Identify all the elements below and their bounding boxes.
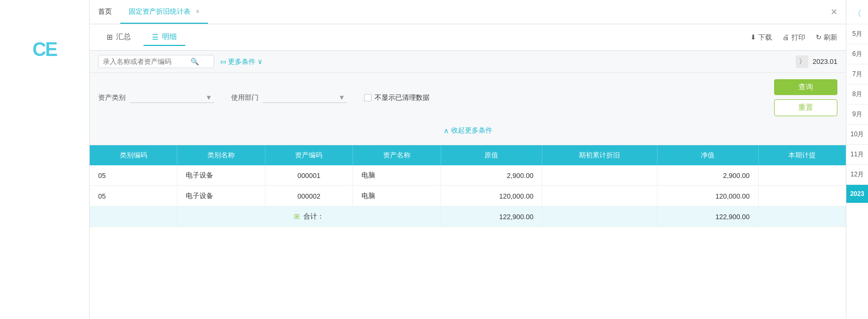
right-panel-up-arrow[interactable]: 〈 (846, 4, 868, 24)
filter-actions: 查询 重置 (774, 79, 837, 116)
filter-icon: ⧦ (221, 58, 226, 66)
tab-summary-label: 汇总 (116, 32, 131, 42)
search-icon: 🔍 (190, 58, 199, 65)
toolbar-right: ⬇ 下载 🖨 打印 ↻ 刷新 (750, 33, 837, 42)
exclude-cleared-label: 不显示已清理数据 (375, 93, 430, 102)
col-original-value: 原值 (441, 145, 542, 165)
month-7[interactable]: 7月 (846, 64, 868, 85)
nav-tab-close-icon[interactable]: × (196, 8, 199, 15)
row2-current-period (758, 186, 846, 207)
chevron-down-icon: ∨ (257, 58, 263, 65)
row2-original-value: 120,000.00 (441, 186, 542, 207)
filter-row-1: 资产类别 ▼ 使用部门 ▼ (98, 79, 837, 116)
content-wrapper: ⊞ 汇总 ☰ 明细 ⬇ 下载 🖨 打印 ↻ 刷新 (90, 24, 846, 319)
collapse-bar[interactable]: ∧ 收起更多条件 (98, 123, 837, 138)
month-8[interactable]: 8月 (846, 85, 868, 105)
row1-original-value: 2,900.00 (441, 165, 542, 186)
sub-tabs-bar: ⊞ 汇总 ☰ 明细 ⬇ 下载 🖨 打印 ↻ 刷新 (90, 24, 846, 51)
refresh-button[interactable]: ↻ 刷新 (816, 33, 837, 42)
data-table: 类别编码 类别名称 资产编码 资产名称 原值 期初累计折旧 净值 本期计提 05 (90, 145, 846, 227)
row1-net-value: 2,900.00 (657, 165, 758, 186)
month-10[interactable]: 10月 (846, 125, 868, 145)
month-5[interactable]: 5月 (846, 24, 868, 44)
active-tab-label: 固定资产折旧统计表 (129, 7, 190, 16)
print-button[interactable]: 🖨 打印 (783, 33, 805, 42)
row1-category-name: 电子设备 (177, 165, 265, 186)
col-asset-code: 资产编码 (265, 145, 353, 165)
summary-empty-1 (90, 207, 177, 227)
col-asset-name: 资产名称 (353, 145, 441, 165)
summary-accumulated-depreciation (542, 207, 657, 227)
col-net-value: 净值 (657, 145, 758, 165)
print-icon: 🖨 (783, 33, 789, 41)
sidebar-logo: CE (0, 0, 90, 319)
month-12[interactable]: 12月 (846, 165, 868, 185)
refresh-icon: ↻ (816, 33, 822, 41)
date-nav: 〉 2023.01 (796, 55, 837, 68)
row1-category-code: 05 (90, 165, 177, 186)
asset-category-dropdown[interactable]: ▼ (130, 92, 214, 103)
asset-category-label: 资产类别 (98, 93, 126, 102)
collapse-label: 收起更多条件 (451, 126, 492, 135)
row2-net-value: 120,000.00 (657, 186, 758, 207)
search-input[interactable] (103, 58, 187, 65)
table-row: 05 电子设备 000002 电脑 120,000.00 120,000.00 (90, 186, 846, 207)
tab-detail[interactable]: ☰ 明细 (144, 29, 185, 46)
row2-category-code: 05 (90, 186, 177, 207)
refresh-label: 刷新 (824, 33, 837, 42)
nav-tab-home[interactable]: 首页 (90, 0, 120, 24)
row2-asset-code: 000002 (265, 186, 353, 207)
tab-detail-label: 明细 (162, 32, 177, 42)
search-input-wrap[interactable]: 🔍 (98, 55, 214, 68)
month-6[interactable]: 6月 (846, 44, 868, 64)
tab-summary[interactable]: ⊞ 汇总 (98, 29, 139, 46)
year-label[interactable]: 2023 (846, 185, 868, 203)
window-close-icon[interactable]: ✕ (831, 7, 837, 17)
department-label: 使用部门 (231, 93, 259, 102)
detail-icon: ☰ (152, 33, 159, 41)
department-dropdown[interactable]: ▼ (263, 92, 347, 103)
col-accumulated-depreciation: 期初累计折旧 (542, 145, 657, 165)
exclude-cleared-checkbox[interactable]: 不显示已清理数据 (364, 93, 430, 102)
download-button[interactable]: ⬇ 下载 (750, 33, 772, 42)
query-button[interactable]: 查询 (774, 79, 837, 95)
summary-label: 合计： (303, 212, 324, 220)
more-conditions-button[interactable]: ⧦ 更多条件 ∨ (221, 57, 263, 67)
col-category-code: 类别编码 (90, 145, 177, 165)
reset-button[interactable]: 重置 (774, 99, 837, 116)
nav-tab-active[interactable]: 固定资产折旧统计表 × (120, 0, 208, 24)
row1-accumulated-depreciation (542, 165, 657, 186)
download-icon: ⬇ (750, 33, 756, 41)
row1-asset-name: 电脑 (353, 165, 441, 186)
top-nav-right: ✕ (831, 0, 846, 24)
download-label: 下载 (758, 33, 772, 42)
checkbox-box (364, 94, 371, 101)
home-label: 首页 (98, 7, 112, 16)
row2-accumulated-depreciation (542, 186, 657, 207)
row1-current-period (758, 165, 846, 186)
month-11[interactable]: 11月 (846, 145, 868, 165)
summary-row: ⊞ 合计： 122,900.00 122,900.00 (90, 207, 846, 227)
summary-current-period (758, 207, 846, 227)
top-nav: 首页 固定资产折旧统计表 × ✕ (90, 0, 846, 24)
table-header-row: 类别编码 类别名称 资产编码 资产名称 原值 期初累计折旧 净值 本期计提 (90, 145, 846, 165)
main-area: 首页 固定资产折旧统计表 × ✕ ⊞ 汇总 ☰ 明细 ⬇ 下载 (90, 0, 846, 319)
row2-asset-name: 电脑 (353, 186, 441, 207)
summary-original-value: 122,900.00 (441, 207, 542, 227)
row2-category-name: 电子设备 (177, 186, 265, 207)
asset-category-arrow-icon: ▼ (205, 93, 212, 101)
date-nav-arrow[interactable]: 〉 (796, 55, 808, 68)
collapse-icon: ∧ (444, 127, 449, 135)
department-arrow-icon: ▼ (338, 93, 345, 101)
right-panel: 〈 5月 6月 7月 8月 9月 10月 11月 12月 2023 (846, 0, 868, 319)
department-value (265, 93, 295, 101)
summary-net-value: 122,900.00 (657, 207, 758, 227)
month-9[interactable]: 9月 (846, 105, 868, 125)
asset-category-field: 资产类别 ▼ (98, 92, 214, 103)
asset-category-value (132, 93, 163, 101)
summary-icon: ⊞ (294, 212, 300, 220)
summary-label-cell: ⊞ 合计： (177, 207, 441, 227)
logo-text: CE (21, 32, 69, 68)
filter-bar: 🔍 ⧦ 更多条件 ∨ 〉 2023.01 (90, 51, 846, 73)
date-label: 2023.01 (813, 58, 837, 65)
